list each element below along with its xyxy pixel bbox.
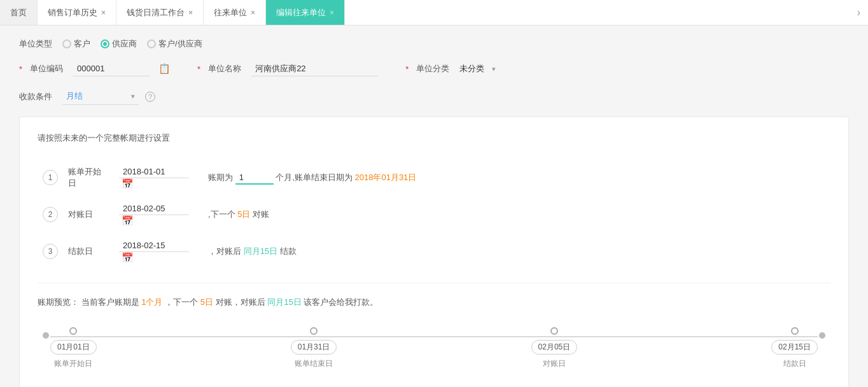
step-2-calendar-icon[interactable]: 📅 [122, 215, 134, 226]
timeline-point-2: 02月05日 对账日 [531, 327, 578, 369]
step-num-1: 1 [43, 170, 58, 185]
steps-table: 1 账单开始日 📅 账期为 个月,账单结束日期为 2018年01月31日 [38, 159, 830, 270]
step-date-input-2[interactable] [119, 202, 189, 215]
unit-type-label: 单位类型 [19, 38, 52, 50]
payment-terms-label: 收款条件 [19, 91, 52, 102]
tab-home[interactable]: 首页 [0, 0, 38, 25]
timeline-badge-0: 01月01日 [50, 340, 97, 355]
step-1-suffix: 账期为 [208, 172, 233, 182]
preview-highlight-2: 5日 [200, 297, 213, 307]
unit-info-row: * 单位编码 000001 📋 * 单位名称 河南供应商22 * 单位分类 未分… [19, 61, 849, 76]
payment-terms-dropdown-arrow: ▾ [131, 92, 135, 101]
form-section: 单位类型 客户 供应商 客户/供应商 * 单位编码 000001 [19, 38, 849, 105]
timeline-dot-2 [550, 327, 558, 335]
tab-edit-partner[interactable]: 编辑往来单位 × [266, 0, 345, 25]
step-3-suffix: 结款 [280, 246, 297, 256]
unit-code-label: 单位编码 [30, 63, 63, 74]
unit-type-row: 单位类型 客户 供应商 客户/供应商 [19, 38, 849, 50]
tab-cash-workbench-close[interactable]: × [188, 8, 193, 17]
radio-supplier[interactable]: 供应商 [101, 38, 137, 50]
step-date-input-1[interactable] [119, 165, 189, 178]
timeline-point-0: 01月01日 账单开始日 [50, 327, 97, 369]
timeline-points: 01月01日 账单开始日 01月31日 账单结束日 02月05日 对账日 02月… [50, 327, 818, 369]
step-3-prefix: ，对账后 [208, 246, 241, 256]
timeline-badge-1: 01月31日 [291, 340, 337, 355]
payment-terms-value: 月结 [66, 90, 127, 102]
timeline-point-3: 02月15日 结款日 [771, 327, 818, 369]
preview-text-3: 对账，对账后 [216, 297, 265, 307]
timeline-label-1: 账单结束日 [295, 358, 333, 369]
unit-type-radio-group: 客户 供应商 客户/供应商 [62, 38, 202, 50]
radio-both[interactable]: 客户/供应商 [147, 38, 202, 50]
payment-terms-help-icon[interactable]: ? [145, 92, 155, 102]
timeline-badge-2: 02月05日 [531, 340, 578, 355]
timeline-label-2: 对账日 [543, 358, 566, 369]
step-label-2: 对账日 [68, 209, 93, 219]
step-2-suffix: 对账 [253, 209, 269, 219]
preview-text: 账期预览： 当前客户账期是 1个月 ，下一个 5日 对账，对账后 同月15日 该… [38, 297, 378, 307]
payment-terms-select[interactable]: 月结 ▾ [62, 88, 139, 105]
unit-name-input[interactable]: 河南供应商22 [251, 61, 379, 76]
timeline-right-dot [819, 332, 825, 339]
timeline-point-1: 01月31日 账单结束日 [291, 327, 337, 369]
period-input[interactable] [235, 171, 274, 185]
unit-classify-label: 单位分类 [416, 63, 449, 74]
preview-highlight-1: 1个月 [141, 297, 162, 307]
timeline-label-0: 账单开始日 [54, 358, 92, 369]
panel-box: 请按照未来的一个完整帐期进行设置 1 账单开始日 📅 [19, 116, 849, 387]
step-2-day-highlight: 5日 [237, 209, 250, 219]
timeline-dot-3 [791, 327, 799, 335]
unit-name-label: 单位名称 [208, 63, 241, 74]
panel-instruction: 请按照未来的一个完整帐期进行设置 [38, 132, 830, 144]
preview-text-1: 当前客户账期是 [81, 297, 139, 307]
radio-both-circle [147, 39, 156, 48]
step-3-calendar-icon[interactable]: 📅 [122, 252, 134, 263]
step-label-3: 结款日 [68, 246, 93, 256]
tab-more-arrow[interactable]: › [850, 0, 868, 25]
tab-edit-partner-close[interactable]: × [330, 8, 334, 17]
preview-text-2: ，下一个 [165, 297, 198, 307]
timeline-left-dot [43, 332, 49, 339]
timeline-badge-3: 02月15日 [771, 340, 818, 355]
preview-text-4: 该客户会给我打款。 [304, 297, 378, 307]
tab-sales-history[interactable]: 销售订单历史 × [38, 0, 116, 25]
radio-supplier-circle [101, 39, 109, 48]
preview-label: 账期预览： [38, 297, 79, 307]
step-2-prefix: ,下一个 [208, 209, 235, 219]
timeline-dot-1 [310, 327, 318, 335]
timeline-container: 01月01日 账单开始日 01月31日 账单结束日 02月05日 对账日 02月… [38, 327, 830, 387]
step-num-3: 3 [43, 244, 58, 259]
radio-customer-circle [62, 39, 71, 48]
preview-section: 账期预览： 当前客户账期是 1个月 ，下一个 5日 对账，对账后 同月15日 该… [38, 283, 830, 309]
tab-bar: 首页 销售订单历史 × 钱货日清工作台 × 往来单位 × 编辑往来单位 × › [0, 0, 868, 25]
step-row-2: 2 对账日 📅 ,下一个 5日 对账 [38, 196, 830, 233]
unit-code-input[interactable]: 000001 [73, 61, 150, 76]
step-1-end-date: 2018年01月31日 [355, 172, 417, 182]
step-num-2: 2 [43, 207, 58, 222]
timeline-dot-0 [69, 327, 77, 335]
step-1-calendar-icon[interactable]: 📅 [122, 178, 134, 189]
step-3-day-highlight: 同月15日 [244, 246, 277, 256]
unit-classify-dropdown-arrow: ▾ [492, 65, 496, 73]
tab-sales-history-close[interactable]: × [101, 8, 106, 17]
preview-highlight-3: 同月15日 [267, 297, 301, 307]
tab-cash-workbench[interactable]: 钱货日清工作台 × [116, 0, 204, 25]
step-row-3: 3 结款日 📅 ，对账后 同月15日 结款 [38, 233, 830, 270]
timeline-label-3: 结款日 [783, 358, 806, 369]
page-content: 单位类型 客户 供应商 客户/供应商 * 单位编码 000001 [0, 25, 868, 387]
unit-classify-select[interactable]: 未分类 ▾ [459, 63, 496, 74]
step-label-1: 账单开始日 [68, 167, 101, 188]
step-row-1: 1 账单开始日 📅 账期为 个月,账单结束日期为 2018年01月31日 [38, 159, 830, 196]
radio-customer[interactable]: 客户 [62, 38, 90, 50]
tab-partner-units[interactable]: 往来单位 × [204, 0, 266, 25]
step-1-period-unit: 个月,账单结束日期为 [276, 172, 353, 182]
tab-partner-units-close[interactable]: × [251, 8, 255, 17]
payment-terms-row: 收款条件 月结 ▾ ? [19, 88, 849, 105]
unit-code-calendar-icon[interactable]: 📋 [158, 63, 171, 74]
step-date-input-3[interactable] [119, 239, 189, 252]
